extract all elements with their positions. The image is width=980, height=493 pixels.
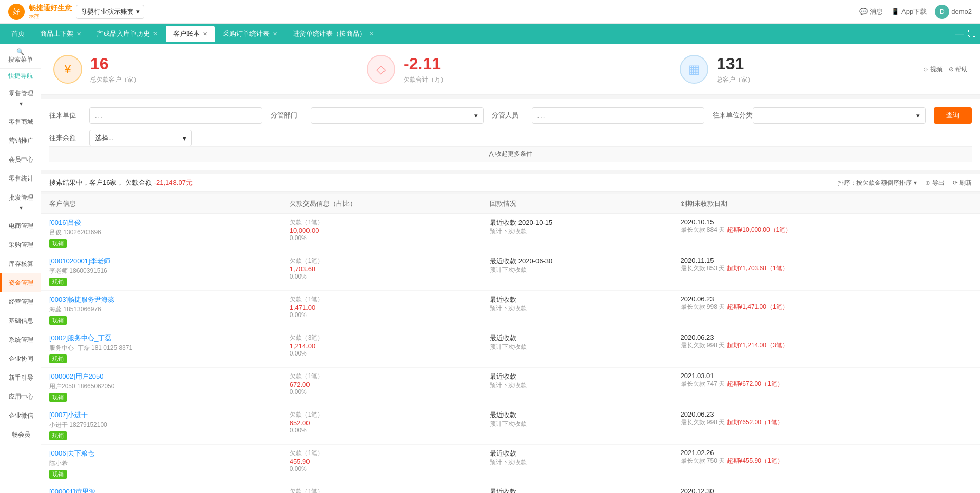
query-button[interactable]: 查询	[934, 107, 972, 124]
cell-customer-info-6: [0006]去下粮仓 陈小希 现销	[41, 445, 281, 483]
debt-count-7: 欠款（1笔）	[290, 487, 473, 493]
cell-collection-1: 最近收款 2020-06-30 预计下次收款	[482, 252, 672, 291]
sidebar-item-app-center[interactable]: 应用中心	[0, 387, 41, 406]
org-selector[interactable]: 母婴行业演示账套 ▾	[76, 5, 144, 19]
sidebar-search[interactable]: 🔍 搜索菜单	[0, 44, 41, 69]
video-btn[interactable]: ⊙ 视频	[923, 65, 942, 74]
debt-amount-2[interactable]: 1,471.00	[290, 304, 473, 311]
overdue-amount-1[interactable]: 超期¥1,703.68（1笔）	[727, 265, 789, 272]
customer-name-4[interactable]: [000002]用户2050	[49, 372, 273, 381]
sidebar-quick-label: 快捷导航	[8, 72, 33, 80]
debt-amount-4[interactable]: 672.00	[290, 381, 473, 388]
overdue-amount-0[interactable]: 超期¥10,000.00（1笔）	[727, 226, 792, 233]
sidebar-item-member-center[interactable]: 会员中心	[0, 150, 41, 169]
cell-collection-5: 最近收款 预计下次收款	[482, 406, 672, 445]
tab-purchase-goods-stat[interactable]: 进货单统计表（按商品） ✕	[285, 26, 381, 42]
tab-production-history[interactable]: 产成品入库单历史 ✕	[89, 26, 165, 42]
export-label: 导出	[932, 179, 945, 186]
debt-amount-5[interactable]: 652.00	[290, 419, 473, 427]
customer-name-2[interactable]: [0003]畅捷服务尹海蕊	[49, 295, 273, 304]
basic-info-label: 基础信息	[9, 317, 33, 325]
customer-name-6[interactable]: [0006]去下粮仓	[49, 449, 273, 458]
customer-tag-1: 现销	[49, 278, 67, 286]
sidebar-item-enterprise-collab[interactable]: 企业协同	[0, 349, 41, 368]
overdue-days-0: 最长欠款 884 天 超期¥10,000.00（1笔）	[681, 226, 972, 234]
sidebar-item-retail-stat[interactable]: 零售统计	[0, 169, 41, 188]
tab-product-offsale[interactable]: 商品上下架 ✕	[33, 26, 88, 42]
debt-amount-6[interactable]: 455.90	[290, 458, 473, 465]
tab-home[interactable]: 首页	[4, 26, 32, 42]
collapse-btn[interactable]: ⋀ 收起更多条件	[49, 146, 972, 162]
sidebar-item-purchase-mgmt[interactable]: 采购管理	[0, 235, 41, 254]
app-download-btn[interactable]: 📱 App下载	[891, 7, 927, 16]
tab-customer-account-close[interactable]: ✕	[203, 31, 207, 37]
sidebar-item-capital-mgmt[interactable]: 资金管理	[0, 273, 41, 292]
debt-amount-1[interactable]: 1,703.68	[290, 265, 473, 273]
sort-select[interactable]: 排序：按欠款金额倒序排序 ▾	[838, 179, 917, 187]
last-collection-6: 最近收款	[490, 449, 664, 458]
cell-collection-4: 最近收款 预计下次收款	[482, 368, 672, 406]
tab-product-offsale-close[interactable]: ✕	[76, 31, 81, 37]
dept-dropdown-icon: ▾	[474, 112, 478, 120]
cell-debt-info-0: 欠款（1笔） 10,000.00 0.00%	[281, 214, 482, 252]
cell-customer-info-2: [0003]畅捷服务尹海蕊 海蕊 18513066976 现销	[41, 291, 281, 329]
tab-bar-right: — ⛶	[955, 29, 976, 38]
dept-select[interactable]: ▾	[311, 107, 484, 124]
overdue-amount-6[interactable]: 超期¥455.90（1笔）	[727, 457, 783, 464]
tab-bar-minimize[interactable]: —	[955, 29, 964, 38]
tab-production-history-close[interactable]: ✕	[153, 31, 158, 37]
next-collection-5: 预计下次收款	[490, 420, 664, 428]
customer-contact-2: 海蕊 18513066976	[49, 305, 273, 314]
customer-name-5[interactable]: [0007]小进干	[49, 410, 273, 420]
debt-amount-0[interactable]: 10,000.00	[290, 227, 473, 234]
customer-name-3[interactable]: [0002]服务中心_丁磊	[49, 333, 273, 343]
overdue-amount-4[interactable]: 超期¥672.00（1笔）	[727, 380, 783, 387]
cell-customer-info-3: [0002]服务中心_丁磊 服务中心_丁磊 181 0125 8371 现销	[41, 329, 281, 368]
sidebar-item-inventory-check[interactable]: 库存核算	[0, 254, 41, 273]
message-btn[interactable]: 💬 消息	[859, 7, 883, 16]
customer-name-1[interactable]: [0001020001]李老师	[49, 257, 273, 266]
help-btn[interactable]: ⊘ 帮助	[949, 65, 968, 74]
cell-collection-2: 最近收款 预计下次收款	[482, 291, 672, 329]
staff-input[interactable]: ...	[532, 107, 705, 124]
cell-due-date-3: 2020.06.23 最长欠款 998 天 超期¥1,214.00（3笔）	[672, 329, 981, 368]
overdue-amount-2[interactable]: 超期¥1,471.00（1笔）	[727, 303, 789, 310]
debt-count-3: 欠款（3笔）	[290, 333, 473, 342]
overdue-amount-3[interactable]: 超期¥1,214.00（3笔）	[727, 342, 789, 349]
sidebar-item-batch-mgmt[interactable]: 批发管理 ▾	[0, 188, 41, 216]
balance-select[interactable]: 选择... ▾	[89, 130, 192, 146]
source-unit-input[interactable]: ...	[89, 107, 262, 124]
sidebar-item-ecommerce-mgmt[interactable]: 电商管理	[0, 216, 41, 235]
unit-type-select[interactable]: ▾	[753, 107, 926, 124]
user-profile-btn[interactable]: D demo2	[935, 5, 972, 19]
sidebar-item-new-guide[interactable]: 新手引导	[0, 368, 41, 387]
debt-pct-0: 0.00%	[290, 234, 473, 242]
inventory-check-label: 库存核算	[9, 260, 33, 268]
sidebar-item-ops-mgmt[interactable]: 经营管理	[0, 292, 41, 311]
sidebar-item-system-mgmt[interactable]: 系统管理	[0, 330, 41, 349]
sidebar-item-enterprise-wechat[interactable]: 企业微信	[0, 406, 41, 425]
sidebar-quick[interactable]: 快捷导航	[0, 69, 41, 84]
refresh-btn[interactable]: ⟳ 刷新	[953, 179, 972, 187]
tab-purchase-goods-stat-close[interactable]: ✕	[369, 31, 374, 37]
app-center-label: 应用中心	[9, 392, 33, 401]
customer-name-7[interactable]: [000001]黄思源	[49, 487, 273, 493]
tab-customer-account[interactable]: 客户账本 ✕	[166, 26, 215, 42]
filter-unit-type: 往来单位分类 ▾	[713, 107, 926, 124]
tab-purchase-stat-close[interactable]: ✕	[273, 31, 277, 37]
debt-amount-3[interactable]: 1,214.00	[290, 342, 473, 350]
sidebar-item-member-vip[interactable]: 畅会员	[0, 425, 41, 444]
overdue-amount-5[interactable]: 超期¥652.00（1笔）	[727, 419, 783, 426]
export-btn[interactable]: ⊙ 导出	[925, 179, 944, 187]
tab-bar-maximize[interactable]: ⛶	[968, 29, 976, 38]
sidebar-item-basic-info[interactable]: 基础信息	[0, 311, 41, 330]
table-row: [0003]畅捷服务尹海蕊 海蕊 18513066976 现销 欠款（1笔） 1…	[41, 291, 980, 329]
tab-purchase-stat[interactable]: 采购订单统计表 ✕	[216, 26, 284, 42]
stat-icon-total-customers: ▦	[680, 55, 708, 84]
table-body: [0016]吕俊 吕俊 13026203696 现销 欠款（1笔） 10,000…	[41, 214, 980, 494]
sidebar-item-marketing[interactable]: 营销推广	[0, 131, 41, 150]
sidebar-item-retail-mgmt[interactable]: 零售管理 ▾	[0, 84, 41, 112]
customer-name-0[interactable]: [0016]吕俊	[49, 218, 273, 227]
sidebar-item-retail-shop[interactable]: 零售商城	[0, 112, 41, 131]
customer-contact-4: 用户2050 18665062050	[49, 382, 273, 391]
